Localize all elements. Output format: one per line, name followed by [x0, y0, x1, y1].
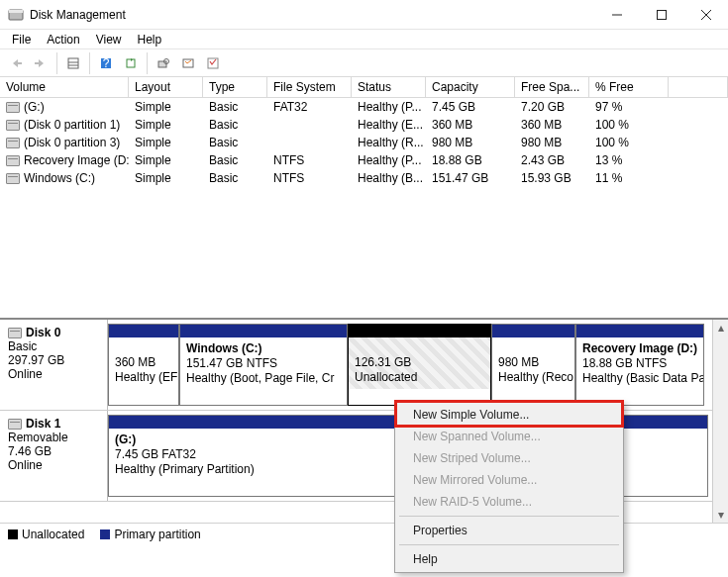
col-pct[interactable]: % Free [589, 77, 669, 97]
svg-rect-6 [68, 58, 78, 68]
menu-file[interactable]: File [4, 33, 39, 47]
ctx-properties[interactable]: Properties [397, 520, 621, 541]
app-icon [8, 7, 24, 23]
partition-recovery-image[interactable]: Recovery Image (D:)18.88 GB NTFSHealthy … [575, 324, 704, 406]
context-menu: New Simple Volume... New Spanned Volume.… [394, 401, 624, 573]
ctx-new-striped-volume: New Striped Volume... [397, 447, 621, 469]
ctx-help[interactable]: Help [397, 548, 621, 570]
svg-rect-1 [9, 10, 23, 13]
partition-windows[interactable]: Windows (C:)151.47 GB NTFSHealthy (Boot,… [179, 324, 348, 406]
legend-unallocated-label: Unallocated [22, 528, 84, 541]
menu-action[interactable]: Action [39, 33, 87, 47]
rescan-icon[interactable] [152, 51, 175, 75]
disk-scrollbar[interactable]: ▴ ▾ [712, 320, 728, 523]
volume-list: Volume Layout Type File System Status Ca… [0, 77, 728, 320]
volume-icon [6, 173, 20, 184]
disk-icon [8, 419, 22, 430]
titlebar: Disk Management [0, 0, 728, 30]
legend-unallocated-swatch [8, 529, 18, 539]
svg-text:?: ? [103, 56, 110, 70]
col-status[interactable]: Status [352, 77, 426, 97]
disk-info-1[interactable]: Disk 1 Removable 7.46 GB Online [0, 411, 108, 501]
help-button[interactable]: ? [94, 51, 118, 75]
scroll-up-icon[interactable]: ▴ [713, 320, 728, 336]
ctx-new-simple-volume[interactable]: New Simple Volume... [397, 404, 621, 426]
volume-row[interactable]: (G:)SimpleBasicFAT32Healthy (P...7.45 GB… [0, 98, 728, 116]
volume-icon [6, 138, 20, 148]
legend-primary-label: Primary partition [114, 528, 200, 541]
maximize-button[interactable] [639, 0, 683, 30]
window-title: Disk Management [30, 8, 594, 22]
partition-unallocated[interactable]: 126.31 GBUnallocated [348, 324, 491, 406]
menubar: File Action View Help [0, 30, 728, 49]
volume-icon [6, 102, 20, 113]
col-volume[interactable]: Volume [0, 77, 129, 97]
col-layout[interactable]: Layout [129, 77, 203, 97]
view-list-button[interactable] [61, 51, 85, 75]
col-capacity[interactable]: Capacity [426, 77, 515, 97]
ctx-new-spanned-volume: New Spanned Volume... [397, 426, 621, 447]
volume-icon [6, 120, 20, 131]
forward-button[interactable] [29, 51, 52, 75]
settings-icon[interactable] [176, 51, 200, 75]
ctx-new-mirrored-volume: New Mirrored Volume... [397, 469, 621, 491]
menu-view[interactable]: View [88, 33, 130, 47]
col-type[interactable]: Type [203, 77, 267, 97]
menu-help[interactable]: Help [130, 33, 170, 47]
ctx-new-raid5-volume: New RAID-5 Volume... [397, 491, 621, 513]
volume-columns: Volume Layout Type File System Status Ca… [0, 77, 728, 98]
back-button[interactable] [4, 51, 28, 75]
svg-rect-12 [158, 61, 166, 67]
partition-recovery-tools[interactable]: 980 MBHealthy (Reco [491, 324, 575, 406]
volume-row[interactable]: Recovery Image (D:)SimpleBasicNTFSHealth… [0, 151, 728, 169]
volume-icon [6, 155, 20, 166]
volume-row[interactable]: (Disk 0 partition 3)SimpleBasicHealthy (… [0, 134, 728, 151]
close-button[interactable] [683, 0, 728, 30]
disk-icon [8, 328, 22, 338]
volume-row[interactable]: Windows (C:)SimpleBasicNTFSHealthy (B...… [0, 169, 728, 187]
col-free[interactable]: Free Spa... [515, 77, 589, 97]
disk-row-0: Disk 0 Basic 297.97 GB Online 360 MBHeal… [0, 320, 712, 411]
scroll-down-icon[interactable]: ▾ [713, 507, 728, 523]
refresh-icon[interactable] [119, 51, 143, 75]
volume-row[interactable]: (Disk 0 partition 1)SimpleBasicHealthy (… [0, 116, 728, 134]
partition-efi[interactable]: 360 MBHealthy (EFI [108, 324, 179, 406]
svg-rect-14 [183, 59, 193, 67]
legend-primary-swatch [100, 529, 110, 539]
col-fs[interactable]: File System [267, 77, 352, 97]
properties-icon[interactable] [201, 51, 225, 75]
disk-info-0[interactable]: Disk 0 Basic 297.97 GB Online [0, 320, 108, 410]
svg-rect-3 [657, 10, 666, 19]
toolbar: ? [0, 49, 728, 77]
minimize-button[interactable] [594, 0, 639, 30]
